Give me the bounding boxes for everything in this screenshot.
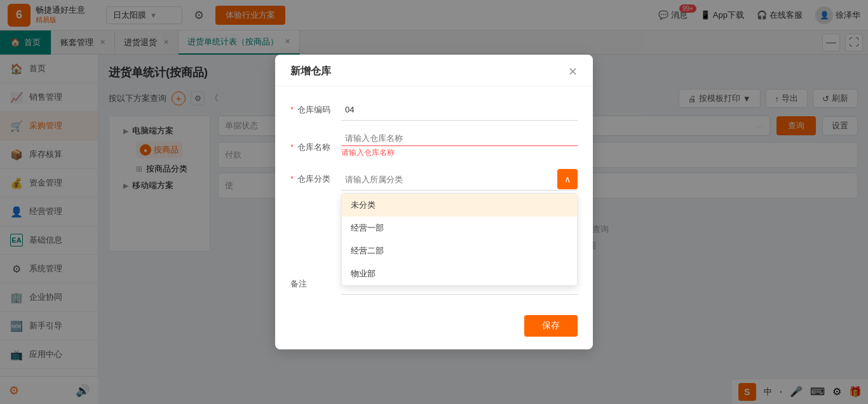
name-form-row: * 仓库名称 请输入仓库名称 [290,131,578,158]
modal-footer: 保存 [275,305,593,337]
dropdown-item-2[interactable]: 经营二部 [342,239,577,262]
code-form-row: * 仓库编码 [290,99,578,121]
remark-label-text: 备注 [290,279,307,288]
category-label: * 仓库分类 [290,168,341,185]
modal-header: 新增仓库 ✕ [275,55,593,86]
modal-close-button[interactable]: ✕ [568,66,578,77]
modal-overlay: 新增仓库 ✕ * 仓库编码 * 仓库名称 [0,0,868,404]
modal-body: * 仓库编码 * 仓库名称 请输入仓库名称 [275,86,593,295]
name-row-inner: * 仓库名称 请输入仓库名称 [290,131,578,158]
category-required-star: * [290,174,294,184]
name-input-wrapper: 请输入仓库名称 [341,131,578,158]
dropdown-item-0[interactable]: 未分类 [342,194,577,217]
category-input-container: ∧ 未分类 经营一部 经营二部 物业部 [341,168,578,191]
name-label: * 仓库名称 [290,137,341,153]
name-input[interactable] [341,131,578,146]
category-toggle-button[interactable]: ∧ [557,169,578,189]
code-input[interactable] [341,99,578,121]
remark-label: 备注 [290,273,341,290]
name-error-msg: 请输入仓库名称 [341,147,578,158]
category-dropdown: 未分类 经营一部 经营二部 物业部 [341,193,578,286]
dropdown-item-3[interactable]: 物业部 [342,262,577,285]
name-required-star: * [290,142,294,152]
category-form-row: * 仓库分类 ∧ 未分类 经营一部 经营二部 物业部 [290,168,578,191]
name-label-text: 仓库名称 [297,142,330,152]
code-label-text: 仓库编码 [297,105,330,114]
category-input-row: ∧ [341,168,578,191]
category-input[interactable] [341,168,557,190]
modal-title: 新增仓库 [290,65,331,78]
dropdown-item-1[interactable]: 经营一部 [342,217,577,239]
code-label: * 仓库编码 [290,99,341,116]
category-label-text: 仓库分类 [297,174,330,184]
code-required-star: * [290,105,294,114]
modal-dialog: 新增仓库 ✕ * 仓库编码 * 仓库名称 [275,55,593,349]
save-button[interactable]: 保存 [524,315,578,337]
